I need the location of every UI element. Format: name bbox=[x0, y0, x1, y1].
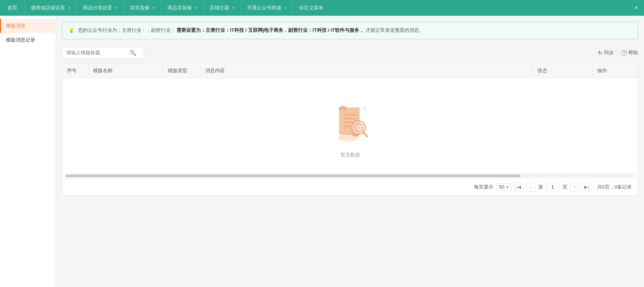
toolbar-right: ↻ 同步 | ? 帮助 bbox=[598, 49, 638, 56]
svg-text:✦: ✦ bbox=[368, 113, 370, 116]
scrollbar-track bbox=[65, 174, 635, 177]
toolbar-divider: | bbox=[617, 50, 618, 55]
svg-line-7 bbox=[363, 132, 367, 137]
sync-icon: ↻ bbox=[598, 50, 603, 56]
info-highlight: 需要设置为：主营行业：IT科技 / 互联网|电子商务，副营行业：IT科技 / I… bbox=[176, 27, 364, 33]
page-size-label: 每页显示 bbox=[474, 184, 493, 190]
page-next-button[interactable]: › bbox=[570, 183, 579, 192]
close-all-tabs-button[interactable]: × bbox=[629, 0, 644, 16]
tab-label: 首页装修 bbox=[130, 4, 150, 11]
help-icon: ? bbox=[621, 50, 627, 56]
search-icon[interactable]: 🔍 bbox=[130, 50, 136, 56]
pagination: 每页显示 50 ∨ |◀ ‹ 第 页 › ▶| bbox=[62, 178, 638, 195]
scrollbar-thumb bbox=[65, 174, 521, 177]
tab-label: 微商城店铺设置 bbox=[31, 4, 65, 11]
info-prefix: 您的公众号行业为：主营行业：，副营行业： bbox=[78, 27, 175, 33]
sidebar: 模版消息模版消息记录 bbox=[0, 16, 56, 287]
bulb-icon: 💡 bbox=[68, 27, 74, 33]
tab-product-decor[interactable]: 商品页装修× bbox=[161, 0, 204, 16]
tab-shop-theme[interactable]: 店铺主题× bbox=[204, 0, 241, 16]
tab-label: 商品分类设置 bbox=[83, 4, 112, 11]
col-header-status: 状态 bbox=[533, 64, 593, 78]
col-header-type: 模版类型 bbox=[163, 64, 201, 78]
tab-custom-menu[interactable]: 自定义菜单× bbox=[293, 0, 327, 16]
tab-wechat-shop[interactable]: 微商城店铺设置× bbox=[25, 0, 77, 16]
sync-label: 同步 bbox=[604, 49, 614, 56]
page-next-icon: › bbox=[574, 184, 576, 190]
sync-button[interactable]: ↻ 同步 bbox=[598, 49, 614, 56]
page-number-input[interactable] bbox=[546, 183, 560, 192]
main-layout: 模版消息模版消息记录 💡 您的公众号行业为：主营行业：，副营行业： 需要设置为：… bbox=[0, 16, 644, 287]
page-size-select[interactable]: 50 ∨ bbox=[496, 183, 511, 191]
tab-product-cat[interactable]: 商品分类设置× bbox=[77, 0, 124, 16]
svg-text:✦: ✦ bbox=[363, 107, 366, 111]
tab-home-decor[interactable]: 首页装修× bbox=[124, 0, 161, 16]
horizontal-scrollbar[interactable] bbox=[62, 173, 638, 178]
sidebar-item-label: 模版消息 bbox=[6, 23, 25, 28]
sidebar-template-msg[interactable]: 模版消息 bbox=[0, 19, 56, 33]
tab-label: 商品页装修 bbox=[167, 4, 192, 11]
search-bar: 🔍 ↻ 同步 | ? 帮助 bbox=[62, 47, 638, 59]
tab-close-icon[interactable]: × bbox=[152, 5, 155, 10]
tab-label: 开通公众号商城 bbox=[247, 4, 281, 11]
page-total: 共0页，0条记录 bbox=[597, 184, 632, 190]
tab-open-mall[interactable]: 开通公众号商城× bbox=[241, 0, 293, 16]
tab-close-icon[interactable]: × bbox=[232, 5, 235, 10]
tab-close-icon[interactable]: × bbox=[195, 5, 197, 10]
empty-text: 暂无数据 bbox=[341, 152, 360, 158]
page-size-dropdown-icon: ∨ bbox=[506, 185, 509, 189]
nav-home-label: 首页 bbox=[7, 4, 17, 11]
col-header-seq: 序号 bbox=[62, 64, 89, 78]
tab-close-icon[interactable]: × bbox=[284, 5, 287, 10]
page-unit: 页 bbox=[563, 184, 567, 190]
page-first-icon: |◀ bbox=[516, 184, 521, 190]
col-header-name: 模版名称 bbox=[89, 64, 163, 78]
tab-label: 店铺主题 bbox=[210, 4, 229, 11]
search-input-wrap: 🔍 bbox=[62, 47, 144, 59]
tab-close-icon[interactable]: × bbox=[115, 5, 118, 10]
col-header-action: 操作 bbox=[593, 64, 638, 78]
page-size-value: 50 bbox=[499, 184, 504, 190]
content-area: 💡 您的公众号行业为：主营行业：，副营行业： 需要设置为：主营行业：IT科技 /… bbox=[56, 16, 644, 287]
page-last-icon: ▶| bbox=[584, 184, 589, 190]
info-banner: 💡 您的公众号行业为：主营行业：，副营行业： 需要设置为：主营行业：IT科技 /… bbox=[62, 22, 638, 39]
tab-label: 自定义菜单 bbox=[299, 4, 323, 11]
help-label: 帮助 bbox=[628, 49, 638, 56]
help-button[interactable]: ? 帮助 bbox=[621, 49, 638, 56]
sidebar-item-label: 模版消息记录 bbox=[6, 37, 35, 43]
info-suffix: 才能正常发送预置的消息。 bbox=[366, 27, 424, 33]
page-label: 第 bbox=[538, 184, 543, 190]
sidebar-template-log[interactable]: 模版消息记录 bbox=[0, 33, 56, 47]
page-prev-icon: ‹ bbox=[530, 184, 531, 190]
svg-point-6 bbox=[354, 123, 363, 132]
table-header: 序号 模版名称 模版类型 消息内容 状态 操作 bbox=[62, 64, 638, 78]
table: 序号 模版名称 模版类型 消息内容 状态 操作 bbox=[62, 63, 638, 196]
page-prev-button[interactable]: ‹ bbox=[526, 183, 535, 192]
top-nav: 首页 微商城店铺设置×商品分类设置×首页装修×商品页装修×店铺主题×开通公众号商… bbox=[0, 0, 644, 16]
page-last-button[interactable]: ▶| bbox=[582, 183, 591, 192]
empty-state: ✦ ✦ 暂无数据 bbox=[62, 78, 638, 173]
tab-close-icon[interactable]: × bbox=[68, 5, 71, 10]
nav-home[interactable]: 首页 bbox=[0, 0, 25, 16]
search-input[interactable] bbox=[66, 50, 130, 55]
tab-close-icon[interactable]: × bbox=[326, 5, 327, 10]
col-header-content: 消息内容 bbox=[201, 64, 533, 78]
empty-illustration: ✦ ✦ bbox=[328, 101, 373, 146]
page-first-button[interactable]: |◀ bbox=[514, 183, 523, 192]
